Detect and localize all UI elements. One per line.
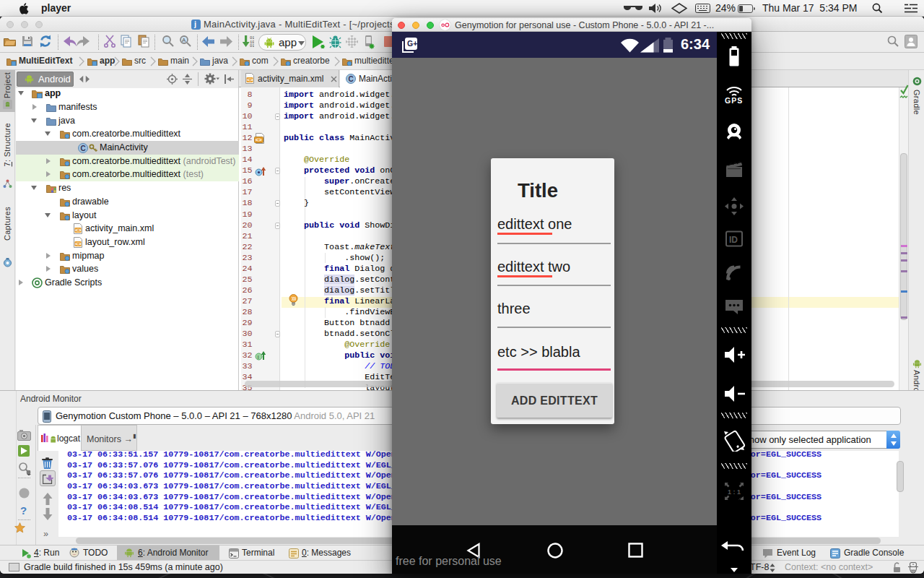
svg-text:<>: <> [256,137,263,143]
svg-text:01: 01 [250,43,254,48]
svg-text:A: A [182,37,186,43]
svg-text:GPS: GPS [725,96,743,104]
svg-text:1 : 1: 1 : 1 [728,488,741,496]
svg-text:<>: <> [247,77,253,83]
svg-text:<>: <> [75,241,81,247]
svg-text:C: C [81,144,86,152]
svg-text:I: I [257,354,258,361]
svg-text:<>: <> [75,228,81,233]
svg-text:C: C [349,75,354,83]
svg-text:ID: ID [729,235,738,245]
